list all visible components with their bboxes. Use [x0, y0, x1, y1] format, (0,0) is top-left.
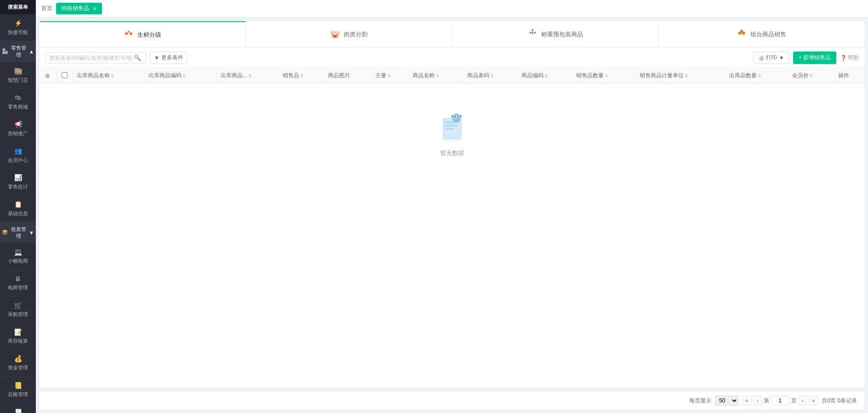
search-icon[interactable]: 🔍: [134, 54, 141, 61]
sidebar-logo[interactable]: 搜索菜单: [0, 0, 36, 14]
svg-point-2: [130, 32, 132, 35]
sort-icon: ⇅: [111, 74, 114, 78]
empty-icon: [434, 111, 471, 143]
svg-point-20: [457, 116, 458, 117]
sort-icon9: ⇅: [605, 74, 608, 78]
sidebar-item-quick-nav[interactable]: ⚡ 快捷导航: [0, 14, 36, 41]
th-product-image: 商品图片: [324, 68, 372, 84]
page-label: 第: [764, 397, 769, 405]
sort-icon8: ⇅: [545, 74, 548, 78]
page-nav: « ‹ 第 页 › »: [742, 396, 818, 405]
sidebar-item-finance[interactable]: 💰 资金管理: [0, 350, 36, 377]
th-barcode[interactable]: 商品条码 ⇅: [463, 68, 518, 84]
th-sales-qty[interactable]: 销售品数量 ⇅: [573, 68, 636, 84]
svg-point-7: [532, 29, 533, 31]
special-sales-tab[interactable]: 特殊销售品 ×: [56, 3, 102, 14]
tab-meat-cutting[interactable]: 🐷 肉类分割: [246, 21, 452, 47]
sidebar-item-basic-info[interactable]: 📋 基础信息: [0, 195, 36, 222]
search-input[interactable]: [49, 55, 132, 61]
svg-rect-15: [445, 128, 454, 130]
category-tabs: 生鲜分级 🐷 肉类分割 称重预包装商品 组合商品销售: [40, 21, 864, 48]
tab-weighed-prepack[interactable]: 称重预包装商品: [452, 21, 658, 47]
search-box[interactable]: 🔍: [45, 52, 146, 63]
th-sales-item[interactable]: 销售品 ⇅: [278, 68, 324, 84]
svg-point-6: [534, 32, 536, 34]
finance-icon: 💰: [2, 355, 34, 364]
sort-icon6: ⇅: [436, 74, 439, 78]
tab-combo-sales[interactable]: 组合商品销售: [658, 21, 864, 47]
th-out-product-code[interactable]: 出库商品编码 ⇅: [145, 68, 217, 84]
toolbar-right: 🖨 打印 ▼ + 新增销售品 ❓ 帮助: [754, 52, 859, 64]
th-main-qty[interactable]: 主量 ⇅: [372, 68, 409, 84]
tab-fresh-grading[interactable]: 生鲜分级: [40, 21, 246, 47]
retail-mgmt-icon: 🏪: [2, 48, 8, 54]
th-settings[interactable]: ⚙: [40, 68, 56, 84]
sidebar-item-smart-store[interactable]: 🏬 智慧门店: [0, 62, 36, 89]
sidebar-item-members[interactable]: 👥 会员中心: [0, 142, 36, 169]
sidebar-item-purchase[interactable]: 🛒 采购管理: [0, 297, 36, 323]
sort-icon3: ⇅: [248, 74, 252, 78]
bottom-scrollbar[interactable]: [40, 388, 864, 391]
filter-button[interactable]: ▼ 更多条件: [150, 52, 187, 64]
members-icon: 👥: [2, 147, 34, 156]
top-bar: 首页 特殊销售品 ×: [36, 0, 868, 17]
home-link[interactable]: 首页: [41, 5, 52, 12]
last-page-button[interactable]: »: [809, 396, 818, 405]
total-label: 共0页 0条记录: [822, 397, 857, 405]
print-icon: 🖨: [759, 55, 764, 61]
marketing-icon: 📢: [2, 120, 34, 129]
meat-cutting-icon: 🐷: [330, 29, 340, 40]
th-sales-unit[interactable]: 销售商品计量单位 ⇅: [635, 68, 725, 84]
add-sales-button[interactable]: + 新增销售品: [793, 52, 836, 64]
table-header-row: ⚙ 出库商品名称 ⇅ 出库商品编码: [40, 68, 864, 84]
th-product-code[interactable]: 商品编码 ⇅: [518, 68, 573, 84]
help-button[interactable]: ❓ 帮助: [840, 54, 859, 62]
empty-state: 暂无数据: [40, 84, 864, 185]
per-page-select[interactable]: 10 20 50 100: [715, 396, 738, 406]
sidebar: 搜索菜单 ⚡ 快捷导航 🏪 零售管理 ▲ 🏬 智慧门店 🛍 零售商城 📢 营销推…: [0, 0, 36, 413]
wholesale-icon: 📦: [2, 229, 8, 235]
sidebar-item-retail-mall[interactable]: 🛍 零售商城: [0, 89, 36, 115]
th-checkbox[interactable]: [56, 68, 73, 84]
sidebar-item-retail-mgmt[interactable]: 🏪 零售管理 ▲: [0, 41, 36, 62]
empty-text: 暂无数据: [440, 149, 464, 157]
print-arrow-icon: ▼: [779, 55, 784, 61]
invoice-icon: 🧾: [2, 408, 34, 413]
sidebar-item-ecommerce-mgmt[interactable]: 🖥 电商管理: [0, 270, 36, 297]
th-member-price[interactable]: 会员价 ⇅: [789, 68, 834, 84]
first-page-button[interactable]: «: [742, 396, 752, 405]
tab-close-icon[interactable]: ×: [93, 5, 96, 12]
svg-point-1: [128, 31, 130, 33]
main-content: 首页 特殊销售品 × 生鲜分级 🐷 肉类分割 称重预包装商品: [36, 0, 868, 413]
retail-mgmt-arrow: ▲: [29, 49, 34, 54]
th-out-product-name[interactable]: 出库商品名称 ⇅: [73, 68, 145, 84]
sidebar-item-wholesale-mgmt[interactable]: 📦 批发管理 ▼: [0, 222, 36, 243]
next-page-button[interactable]: ›: [799, 396, 807, 405]
print-button[interactable]: 🖨 打印 ▼: [754, 52, 789, 64]
sidebar-item-inventory[interactable]: 📝 库存核算: [0, 323, 36, 350]
sort-icon5: ⇅: [387, 74, 391, 78]
th-actions: 操作: [834, 68, 864, 84]
filter-icon: ▼: [154, 55, 159, 61]
select-all-checkbox[interactable]: [62, 72, 68, 78]
basic-info-icon: 📋: [2, 200, 34, 209]
sidebar-item-ecommerce[interactable]: 💻 小畅电商: [0, 243, 36, 270]
retail-mall-icon: 🛍: [2, 93, 34, 103]
data-table: ⚙ 出库商品名称 ⇅ 出库商品编码: [40, 68, 864, 84]
ecommerce-icon: 💻: [2, 248, 34, 257]
th-out-product-more[interactable]: 出库商品... ⇅: [216, 68, 278, 84]
svg-rect-10: [740, 30, 743, 33]
prev-page-button[interactable]: ‹: [754, 396, 762, 405]
sidebar-item-invoice[interactable]: 🧾 发票管理: [0, 403, 36, 413]
sidebar-item-retail-stats[interactable]: 📊 零售统计: [0, 169, 36, 195]
sidebar-item-marketing[interactable]: 📢 营销推广: [0, 115, 36, 142]
page-suffix: 页: [791, 397, 797, 405]
pagination: 每页显示 10 20 50 100 « ‹ 第 页 › » 共0页 0条记录: [40, 391, 864, 409]
sort-icon4: ⇅: [300, 74, 304, 78]
th-product-name[interactable]: 商品名称 ⇅: [408, 68, 463, 84]
page-number-input[interactable]: [771, 396, 789, 405]
sidebar-item-ledger[interactable]: 📒 总账管理: [0, 377, 36, 403]
sort-icon12: ⇅: [810, 74, 813, 78]
smart-store-icon: 🏬: [2, 67, 34, 76]
th-out-qty[interactable]: 出库品数量 ⇅: [725, 68, 789, 84]
